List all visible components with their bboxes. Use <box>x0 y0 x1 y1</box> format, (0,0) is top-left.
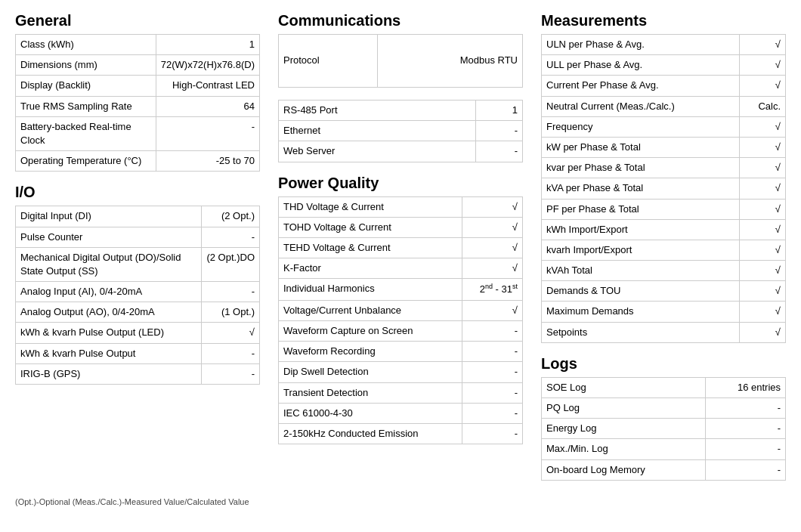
row-value: √ <box>739 55 785 76</box>
row-value: 16 entries <box>706 377 786 397</box>
table-row: Setpoints√ <box>542 322 786 342</box>
row-label: Operating Temperature (°C) <box>16 151 156 172</box>
table-row: Web Server- <box>279 141 523 162</box>
row-label: Maximum Demands <box>542 302 740 322</box>
row-label: Setpoints <box>542 322 740 342</box>
table-row: Mechanical Digital Output (DO)/Solid Sta… <box>16 247 260 281</box>
row-label: TOHD Voltage & Current <box>279 217 462 237</box>
row-value: - <box>475 121 522 141</box>
table-row: THD Voltage & Current√ <box>279 196 523 217</box>
measurements-title: Measurements <box>541 12 786 29</box>
row-value: √ <box>739 158 785 178</box>
row-label: Mechanical Digital Output (DO)/Solid Sta… <box>16 247 202 281</box>
row-label: ULL per Phase & Avg. <box>542 55 740 76</box>
row-value: - <box>462 342 522 362</box>
row-label: Class (kWh) <box>16 35 156 55</box>
general-table: Class (kWh)1Dimensions (mm)72(W)x72(H)x7… <box>15 34 260 172</box>
row-label: TEHD Voltage & Current <box>279 237 462 258</box>
row-label: kVAh Total <box>542 261 740 281</box>
table-row: Class (kWh)1 <box>16 35 260 55</box>
table-row: IRIG-B (GPS)- <box>16 363 260 384</box>
row-value: - <box>475 141 522 162</box>
table-row: kW per Phase & Total√ <box>542 137 786 157</box>
row-value: √ <box>739 137 785 157</box>
table-row: K-Factor√ <box>279 258 523 279</box>
table-row: Transient Detection- <box>279 382 523 403</box>
row-value: (2 Opt.) <box>202 206 260 227</box>
row-label: Dip Swell Detection <box>279 362 462 382</box>
row-value: (2 Opt.)DO <box>202 247 260 281</box>
row-label: Demands & TOU <box>542 281 740 302</box>
row-label: Current Per Phase & Avg. <box>542 76 740 96</box>
table-row: ULN per Phase & Avg.√ <box>542 35 786 55</box>
row-label: kVA per Phase & Total <box>542 178 740 199</box>
table-row: Analog Input (AI), 0/4-20mA- <box>16 282 260 302</box>
table-row: Demands & TOU√ <box>542 281 786 302</box>
footer-note: (Opt.)-Optional (Meas./Calc.)-Measured V… <box>15 497 786 506</box>
table-row: PF per Phase & Total√ <box>542 199 786 219</box>
row-label: SOE Log <box>542 377 706 397</box>
table-row: Dimensions (mm)72(W)x72(H)x76.8(D) <box>16 55 260 76</box>
table-row: Display (Backlit)High-Contrast LED <box>16 76 260 96</box>
table-row: Analog Output (AO), 0/4-20mA(1 Opt.) <box>16 302 260 323</box>
protocol-value: Modbus RTU <box>377 35 522 88</box>
table-row: Ethernet- <box>279 121 523 141</box>
table-row: kWh Import/Export√ <box>542 219 786 240</box>
table-row: Current Per Phase & Avg.√ <box>542 76 786 96</box>
table-row: 2-150kHz Conducted Emission- <box>279 423 523 444</box>
row-value: - <box>202 363 260 384</box>
row-value: √ <box>739 116 785 137</box>
table-row: RS-485 Port1 <box>279 101 523 121</box>
row-value: √ <box>739 261 785 281</box>
table-row: ULL per Phase & Avg.√ <box>542 55 786 76</box>
table-row: kVAh Total√ <box>542 261 786 281</box>
row-label: Voltage/Current Unbalance <box>279 300 462 320</box>
row-value: 1 <box>475 101 522 121</box>
table-row: On-board Log Memory- <box>542 459 786 480</box>
row-label: THD Voltage & Current <box>279 196 462 217</box>
row-value: (1 Opt.) <box>202 302 260 323</box>
row-label: Neutral Current (Meas./Calc.) <box>542 96 740 116</box>
table-row: kWh & kvarh Pulse Output- <box>16 343 260 363</box>
communications-protocol-table: Protocol Modbus RTU <box>278 34 523 88</box>
row-value: √ <box>739 302 785 322</box>
row-value: -25 to 70 <box>156 151 259 172</box>
row-label: Waveform Capture on Screen <box>279 321 462 342</box>
table-row: kWh & kvarh Pulse Output (LED)√ <box>16 323 260 343</box>
row-label: RS-485 Port <box>279 101 476 121</box>
table-row: kvarh Import/Export√ <box>542 240 786 260</box>
row-label: Frequency <box>542 116 740 137</box>
table-row: Waveform Recording- <box>279 342 523 362</box>
protocol-label: Protocol <box>279 35 378 88</box>
row-label: Display (Backlit) <box>16 76 156 96</box>
row-value: 64 <box>156 96 259 116</box>
row-label: Individual Harmonics <box>279 279 462 301</box>
table-row: Waveform Capture on Screen- <box>279 321 523 342</box>
table-row: Individual Harmonics2nd - 31st <box>279 279 523 301</box>
row-value: - <box>462 382 522 403</box>
row-value: √ <box>739 35 785 55</box>
logs-title: Logs <box>541 355 786 373</box>
row-value: √ <box>462 196 522 217</box>
row-label: kvarh Import/Export <box>542 240 740 260</box>
table-row: kvar per Phase & Total√ <box>542 158 786 178</box>
row-value: - <box>462 321 522 342</box>
row-label: Battery-backed Real-time Clock <box>16 116 156 150</box>
row-value: - <box>156 116 259 150</box>
table-row: Battery-backed Real-time Clock- <box>16 116 260 150</box>
row-label: Energy Log <box>542 419 706 439</box>
row-value: High-Contrast LED <box>156 76 259 96</box>
table-row: IEC 61000-4-30- <box>279 403 523 423</box>
table-row: True RMS Sampling Rate64 <box>16 96 260 116</box>
row-value: √ <box>462 258 522 279</box>
row-value: √ <box>462 217 522 237</box>
row-value: - <box>706 439 786 459</box>
row-value: √ <box>739 240 785 260</box>
row-value: √ <box>739 199 785 219</box>
table-row: PQ Log- <box>542 398 786 419</box>
row-value: - <box>706 459 786 480</box>
row-value: √ <box>462 237 522 258</box>
row-label: Analog Output (AO), 0/4-20mA <box>16 302 202 323</box>
power-quality-title: Power Quality <box>278 175 523 192</box>
measurements-table: ULN per Phase & Avg.√ULL per Phase & Avg… <box>541 34 786 343</box>
